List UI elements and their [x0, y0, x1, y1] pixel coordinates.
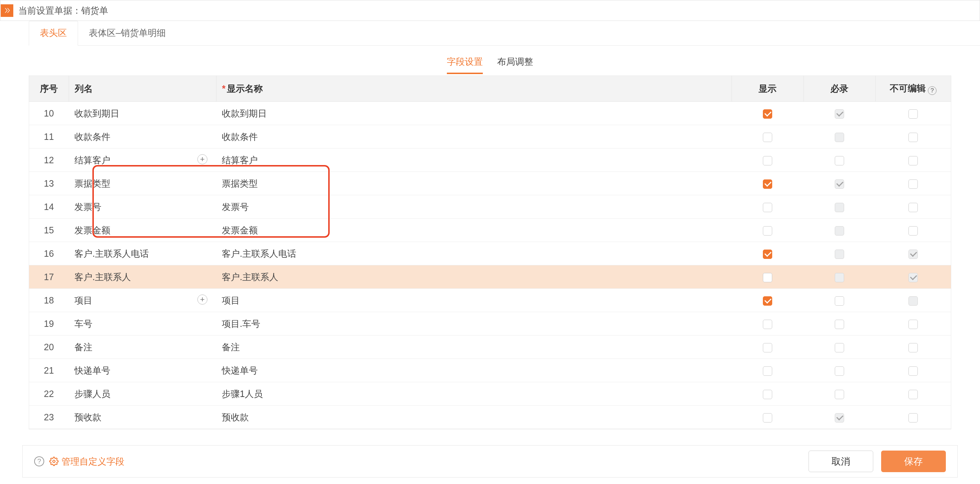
- cell-noedit: [875, 195, 951, 219]
- table-row: 10收款到期日收款到期日: [29, 102, 951, 125]
- checkbox-required[interactable]: [835, 156, 844, 166]
- cell-display[interactable]: 收款条件: [216, 125, 732, 148]
- cell-name: 发票金额: [68, 219, 216, 242]
- checkbox-noedit[interactable]: [908, 203, 918, 212]
- cell-required: [803, 148, 875, 172]
- cell-seq: 13: [29, 172, 68, 195]
- checkbox-show[interactable]: [763, 203, 772, 212]
- cell-display[interactable]: 项目.车号: [216, 312, 732, 336]
- cell-show: [732, 312, 803, 336]
- cell-required: [803, 406, 875, 429]
- table-row: 18项目+项目: [29, 289, 951, 312]
- cell-display[interactable]: 票据类型: [216, 172, 732, 195]
- checkbox-required[interactable]: [835, 296, 844, 306]
- cell-seq: 20: [29, 336, 68, 359]
- cell-name: 结算客户+: [68, 148, 216, 172]
- help-circle-icon[interactable]: ?: [34, 456, 44, 466]
- manage-custom-fields-link[interactable]: 管理自定义字段: [49, 455, 124, 468]
- cell-name: 步骤人员: [68, 382, 216, 406]
- checkbox-noedit: [908, 296, 918, 306]
- checkbox-show[interactable]: [763, 366, 772, 376]
- checkbox-show[interactable]: [763, 156, 772, 166]
- cell-name: 快递单号: [68, 359, 216, 382]
- cancel-button[interactable]: 取消: [808, 451, 873, 472]
- checkbox-show[interactable]: [763, 180, 772, 189]
- cell-display[interactable]: 收款到期日: [216, 102, 732, 125]
- cell-display[interactable]: 项目: [216, 289, 732, 312]
- checkbox-show[interactable]: [763, 273, 772, 282]
- cell-show: [732, 125, 803, 148]
- cell-show: [732, 359, 803, 382]
- cell-seq: 19: [29, 312, 68, 336]
- checkbox-show[interactable]: [763, 109, 772, 119]
- cell-display[interactable]: 步骤1人员: [216, 382, 732, 406]
- subtab-1[interactable]: 布局调整: [497, 56, 533, 74]
- field-name-label: 结算客户: [75, 155, 110, 165]
- checkbox-show[interactable]: [763, 320, 772, 329]
- cell-seq: 18: [29, 289, 68, 312]
- tab-0[interactable]: 表头区: [29, 21, 78, 46]
- checkbox-noedit[interactable]: [908, 109, 918, 119]
- field-name-label: 客户.主联系人电话: [75, 248, 149, 258]
- cell-required: [803, 312, 875, 336]
- checkbox-required: [835, 250, 844, 259]
- help-icon[interactable]: ?: [928, 86, 937, 95]
- cell-display[interactable]: 客户.主联系人电话: [216, 242, 732, 265]
- cell-noedit: [875, 125, 951, 148]
- table-row: 22步骤人员步骤1人员: [29, 382, 951, 406]
- checkbox-required[interactable]: [835, 390, 844, 399]
- cell-display[interactable]: 备注: [216, 336, 732, 359]
- checkbox-noedit[interactable]: [908, 366, 918, 376]
- cell-display[interactable]: 快递单号: [216, 359, 732, 382]
- cell-display[interactable]: 预收款: [216, 406, 732, 429]
- checkbox-required: [835, 109, 844, 119]
- cell-required: [803, 195, 875, 219]
- expand-sidebar-button[interactable]: [1, 4, 13, 17]
- cell-seq: 11: [29, 125, 68, 148]
- checkbox-noedit[interactable]: [908, 413, 918, 422]
- th-show: 显示: [732, 76, 803, 102]
- field-name-label: 快递单号: [75, 365, 110, 376]
- cell-seq: 12: [29, 148, 68, 172]
- checkbox-show[interactable]: [763, 390, 772, 399]
- field-name-label: 备注: [75, 342, 92, 352]
- tab-1[interactable]: 表体区–销货单明细: [78, 21, 177, 45]
- checkbox-show[interactable]: [763, 296, 772, 306]
- cell-name: 车号: [68, 312, 216, 336]
- checkbox-required[interactable]: [835, 366, 844, 376]
- checkbox-show[interactable]: [763, 133, 772, 142]
- manage-link-label: 管理自定义字段: [62, 455, 124, 468]
- checkbox-required[interactable]: [835, 320, 844, 329]
- cell-display[interactable]: 发票号: [216, 195, 732, 219]
- checkbox-noedit[interactable]: [908, 320, 918, 329]
- checkbox-noedit[interactable]: [908, 343, 918, 352]
- subtab-0[interactable]: 字段设置: [447, 56, 483, 74]
- checkbox-show[interactable]: [763, 343, 772, 352]
- checkbox-noedit[interactable]: [908, 226, 918, 236]
- field-name-label: 步骤人员: [75, 389, 110, 399]
- checkbox-noedit[interactable]: [908, 156, 918, 166]
- add-child-button[interactable]: +: [197, 295, 207, 304]
- cell-seq: 16: [29, 242, 68, 265]
- cell-show: [732, 382, 803, 406]
- cell-display[interactable]: 结算客户: [216, 148, 732, 172]
- save-button[interactable]: 保存: [881, 451, 946, 472]
- table-body: 10收款到期日收款到期日11收款条件收款条件12结算客户+结算客户13票据类型票…: [29, 102, 951, 429]
- checkbox-noedit[interactable]: [908, 390, 918, 399]
- checkbox-required[interactable]: [835, 343, 844, 352]
- cell-noedit: [875, 172, 951, 195]
- tabs-row: 表头区表体区–销货单明细: [29, 21, 980, 46]
- cell-seq: 21: [29, 359, 68, 382]
- add-child-button[interactable]: +: [197, 154, 207, 164]
- th-display: *显示名称: [216, 76, 732, 102]
- checkbox-show[interactable]: [763, 413, 772, 422]
- cell-show: [732, 265, 803, 289]
- checkbox-noedit[interactable]: [908, 180, 918, 189]
- cell-display[interactable]: 发票金额: [216, 219, 732, 242]
- cell-display[interactable]: 客户.主联系人: [216, 265, 732, 289]
- checkbox-show[interactable]: [763, 226, 772, 236]
- checkbox-noedit[interactable]: [908, 133, 918, 142]
- cell-required: [803, 102, 875, 125]
- checkbox-show[interactable]: [763, 250, 772, 259]
- cell-name: 项目+: [68, 289, 216, 312]
